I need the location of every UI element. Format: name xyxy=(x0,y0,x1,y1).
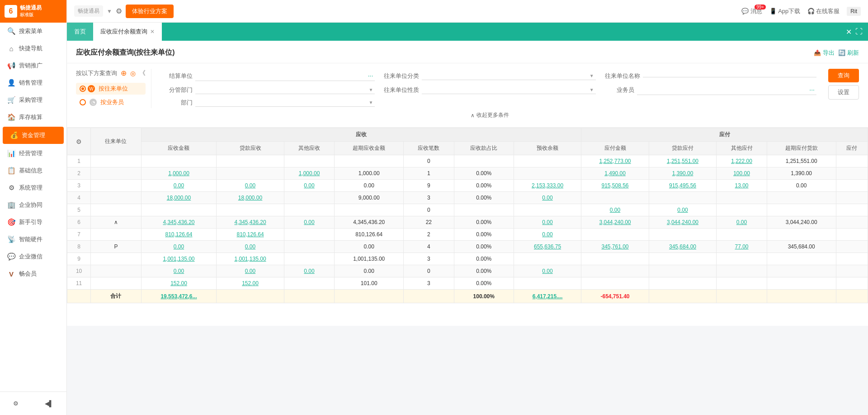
sidebar-collapse-button[interactable]: ◀▌ xyxy=(41,397,57,410)
scheme-settings-icon[interactable]: ◎ xyxy=(130,70,136,77)
table-row: 8P0.000.000.0040.00%655,636.75345,761.00… xyxy=(67,241,868,253)
salesman-ellipsis-icon[interactable]: ··· xyxy=(809,86,815,93)
sidebar-settings-button[interactable]: ⚙ xyxy=(9,397,22,410)
settlement-ellipsis-icon[interactable]: ··· xyxy=(368,72,373,79)
export-button[interactable]: 📤 导出 xyxy=(814,49,835,57)
sidebar-item-quick-nav[interactable]: ⌂ 快捷导航 xyxy=(0,40,66,57)
branch-dept-input[interactable]: ▼ xyxy=(195,86,375,94)
sidebar-item-wechat[interactable]: 💬 企业微信 xyxy=(0,248,66,265)
refresh-button[interactable]: 🔄 刷新 xyxy=(838,49,859,57)
tab-ar-ap-label: 应收应付余额查询 xyxy=(100,28,147,36)
sidebar-label-purchase: 采购管理 xyxy=(19,96,42,104)
sidebar-item-guide[interactable]: 🎯 新手引导 xyxy=(0,214,66,231)
user-profile[interactable]: Rit xyxy=(847,7,861,16)
app-download-button[interactable]: 📱 App下载 xyxy=(769,7,800,15)
set-button[interactable]: 设置 xyxy=(828,85,859,100)
tab-maximize-icon[interactable]: ⛶ xyxy=(855,28,863,36)
col-ar-amount: 应收金额 xyxy=(141,142,217,155)
branch-dept-chevron-icon: ▼ xyxy=(368,87,373,92)
solution-button[interactable]: 体验行业方案 xyxy=(126,5,174,18)
query-button[interactable]: 查询 xyxy=(828,69,859,82)
page-container: 应收应付余额查询(按往来单位) 📤 导出 🔄 刷新 按以下方案查询 xyxy=(67,41,868,326)
salesman-input[interactable]: ··· xyxy=(637,85,816,95)
col-ar-loan: 贷款应收 xyxy=(217,142,284,155)
table-row: 21,000.001,000.001,000.0010.00%1,490.001… xyxy=(67,167,868,180)
export-icon: 📤 xyxy=(814,49,821,56)
quick-nav-icon: ⌂ xyxy=(7,45,15,52)
sidebar-item-purchase[interactable]: 🛒 采购管理 xyxy=(0,91,66,109)
sidebar-label-wechat: 企业微信 xyxy=(19,253,42,261)
filter-cell-settlement: 结算单位 ··· xyxy=(159,69,379,83)
sidebar-item-operations[interactable]: 📊 经营管理 xyxy=(0,145,66,162)
dropdown-arrow-icon[interactable]: ▼ xyxy=(107,8,112,14)
tab-ar-ap[interactable]: 应收应付余额查询 ✕ xyxy=(93,23,162,41)
partner-badge-icon: W xyxy=(88,85,95,92)
online-service-button[interactable]: 🎧 在线客服 xyxy=(807,7,840,15)
sidebar-bottom: ⚙ ◀▌ xyxy=(0,391,66,415)
settlement-input[interactable]: ··· xyxy=(195,71,375,81)
partner-name-input[interactable] xyxy=(643,74,816,77)
total-prepay[interactable]: 6,417,215.... xyxy=(514,290,581,303)
col-ap-amount: 应付金额 xyxy=(581,142,649,155)
tab-close-icon[interactable]: ✕ xyxy=(150,29,155,35)
sidebar-item-corp[interactable]: 🏢 企业协同 xyxy=(0,196,66,214)
filter-option-partner-label: 按往来单位 xyxy=(99,85,128,93)
filter-label: 按以下方案查询 xyxy=(76,69,117,77)
filter-area: 按以下方案查询 ⊕ ◎ 《 W 按往来单位 ◔ 按业务员 xyxy=(67,63,868,128)
main-content: 应收应付余额查询(按往来单位) 📤 导出 🔄 刷新 按以下方案查询 xyxy=(67,41,868,415)
total-ap-amount: -654,751.40 xyxy=(581,290,649,303)
corp-icon: 🏢 xyxy=(7,201,15,209)
col-ap-overdue: 超期应付货款 xyxy=(767,142,836,155)
sidebar-label-marketing: 营销推广 xyxy=(19,62,42,70)
sidebar-item-hardware[interactable]: 📡 智能硬件 xyxy=(0,231,66,248)
sidebar-item-search-menu[interactable]: 🔍 搜索菜单 xyxy=(0,23,66,40)
total-ap-loan xyxy=(649,290,716,303)
total-ap-misc xyxy=(836,290,868,303)
collapse-more-button[interactable]: ∧ 收起更多条件 xyxy=(159,109,821,122)
service-label: 在线客服 xyxy=(816,7,840,15)
guide-icon: 🎯 xyxy=(7,218,15,226)
partner-nature-input[interactable]: ▼ xyxy=(422,86,595,94)
purchase-icon: 🛒 xyxy=(7,96,15,104)
filter-option-partner[interactable]: W 按往来单位 xyxy=(76,83,146,95)
total-ap-overdue xyxy=(767,290,836,303)
system-icon: ⚙ xyxy=(7,184,15,192)
app-label: App下载 xyxy=(778,7,800,15)
filter-option-salesman[interactable]: ◔ 按业务员 xyxy=(76,96,146,108)
sidebar-item-marketing[interactable]: 📢 营销推广 xyxy=(0,57,66,74)
total-ar-count xyxy=(404,290,454,303)
sidebar-item-base-info[interactable]: 📋 基础信息 xyxy=(0,162,66,179)
topbar-left: 畅捷通易 ▼ ⚙ 体验行业方案 xyxy=(74,5,741,18)
member-icon: V xyxy=(7,270,15,278)
tabbar: 首页 应收应付余额查询 ✕ ✕ ⛶ xyxy=(67,23,868,41)
dept-input[interactable]: ▼ xyxy=(195,99,375,107)
partner-category-input[interactable]: ▼ xyxy=(422,72,595,80)
total-ar-amount[interactable]: 19,553,472,6... xyxy=(141,290,217,303)
sidebar-item-inventory[interactable]: 🏠 库存核算 xyxy=(0,109,66,126)
sidebar-item-sales[interactable]: 👤 销售管理 xyxy=(0,74,66,91)
sidebar-item-member[interactable]: V 畅会员 xyxy=(0,265,66,282)
sidebar-item-finance[interactable]: 💰 资金管理 xyxy=(3,127,64,144)
col-ap-loan: 贷款应付 xyxy=(649,142,716,155)
page-header: 应收应付余额查询(按往来单位) 📤 导出 🔄 刷新 xyxy=(67,41,868,63)
partner-name-label: 往来单位名称 xyxy=(605,72,640,80)
search-menu-icon: 🔍 xyxy=(7,27,15,35)
tab-home-label: 首页 xyxy=(74,28,86,36)
sidebar-label-search: 搜索菜单 xyxy=(19,27,42,35)
topbar-gear-icon[interactable]: ⚙ xyxy=(116,7,122,15)
sidebar-logo: 6 畅捷通易 标准版 xyxy=(0,0,66,23)
sidebar-label-base: 基础信息 xyxy=(19,167,42,175)
sidebar-label-quick: 快捷导航 xyxy=(19,44,42,52)
col-ap-misc: 应付 xyxy=(836,142,868,155)
message-button[interactable]: 💬 消息 99+ xyxy=(741,7,762,15)
sidebar-item-system[interactable]: ⚙ 系统管理 xyxy=(0,179,66,196)
table-settings-icon[interactable]: ⚙ xyxy=(76,138,82,145)
sidebar-label-system: 系统管理 xyxy=(19,184,42,192)
tab-close-window-icon[interactable]: ✕ xyxy=(846,28,852,36)
base-info-icon: 📋 xyxy=(7,167,15,175)
add-scheme-button[interactable]: ⊕ xyxy=(121,69,127,77)
filter-cell-partner-category: 往来单位分类 ▼ xyxy=(379,69,600,83)
filter-toolbar: 按以下方案查询 ⊕ ◎ 《 xyxy=(76,69,146,77)
scheme-collapse-icon[interactable]: 《 xyxy=(139,69,146,77)
tab-home[interactable]: 首页 xyxy=(67,23,93,41)
